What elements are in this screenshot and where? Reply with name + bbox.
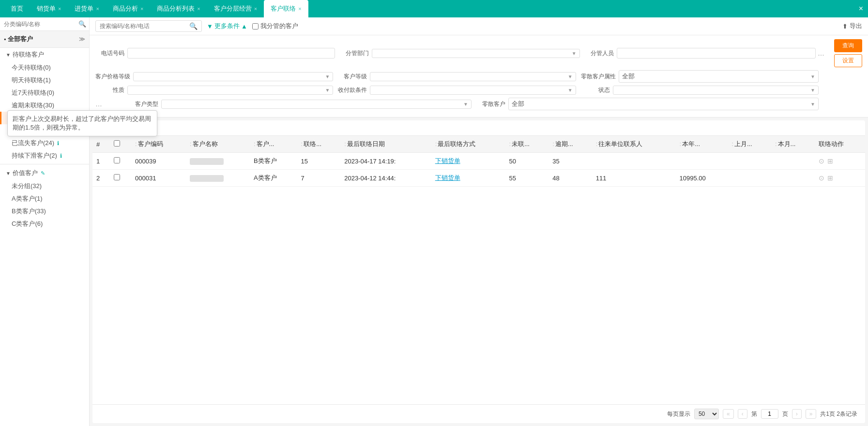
tab-sales-order[interactable]: 销货单 × (30, 0, 68, 17)
row-checkbox[interactable] (114, 157, 120, 163)
nature-select[interactable]: ▼ (127, 86, 333, 95)
sidebar-item-ungroup[interactable]: 未分组(32) (0, 180, 89, 192)
pagination: 每页显示 50 20 100 « ‹ 第 页 › » 共1页 2条记录 (92, 404, 865, 423)
more-icon[interactable]: … (818, 49, 824, 57)
tab-customer-contact[interactable]: 客户联络 × (264, 0, 308, 17)
col-this-month: :本月... (771, 136, 815, 153)
pending-contact-group: ▼ 待联络客户 今天待联络(0) 明天待联络(1) 近7天待联络(0) 逾期未联… (0, 48, 89, 112)
link-icon[interactable]: ⊙ (819, 174, 824, 182)
cell-name (186, 153, 250, 170)
last-contact-way-link[interactable]: 下销货单 (435, 174, 460, 181)
price-grade-field: 客户价格等级 ▼ (95, 72, 333, 81)
my-customers-checkbox[interactable] (252, 23, 259, 29)
sidebar-search-input[interactable] (4, 21, 76, 28)
cell-checkbox (110, 170, 131, 187)
page-input[interactable] (761, 409, 778, 419)
customer-name-blurred (190, 175, 224, 182)
tab-product-analysis-list[interactable]: 商品分析列表 × (150, 0, 207, 17)
phone-label: 电话号码 (95, 49, 124, 58)
col-actions: 联络动作 (815, 136, 865, 153)
customer-grade-field: 客户等级 ▼ (338, 72, 576, 81)
sidebar-item-class-b[interactable]: B类客户(33) (0, 205, 89, 218)
sidebar-item-class-c[interactable]: C类客户(6) (0, 218, 89, 230)
edit-icon[interactable]: ✎ (41, 170, 45, 176)
chevron-down-icon: ▼ (810, 102, 815, 107)
chevron-down-icon: ▼ (810, 88, 815, 93)
per-page-label: 每页显示 (667, 410, 690, 418)
close-all-tabs-button[interactable]: × (859, 4, 863, 13)
last-page-button[interactable]: » (806, 409, 817, 419)
pending-contact-title[interactable]: ▼ 待联络客户 (0, 48, 89, 61)
content-area: 🔍 ▼ 更多条件 ▲ 我分管的客户 ⬆ 导出 电话号码 (90, 17, 868, 426)
close-icon[interactable]: × (58, 6, 61, 12)
chevron-down-icon: ▼ (463, 102, 468, 107)
tab-customer-segment[interactable]: 客户分层经营 × (207, 0, 264, 17)
sidebar-item-churned[interactable]: 已流失客户(24) ℹ (0, 137, 89, 149)
chevron-up-icon: ▲ (241, 23, 247, 30)
first-page-button[interactable]: « (723, 409, 734, 419)
manager-input[interactable] (617, 48, 816, 59)
chevron-down-icon: ▼ (568, 74, 573, 79)
last-contact-way-link[interactable]: 下销货单 (435, 157, 460, 164)
retail-customer-select[interactable]: 全部 ▼ (508, 98, 819, 110)
expand-icon[interactable]: ≫ (79, 36, 85, 43)
cell-contact-count: 15 (297, 153, 341, 170)
sidebar-item-class-a[interactable]: A类客户(1) (0, 192, 89, 205)
settings-button[interactable]: 设置 (834, 54, 862, 67)
retail-attr-select[interactable]: 全部 ▼ (619, 70, 819, 83)
sidebar-item-today[interactable]: 今天待联络(0) (0, 61, 89, 74)
close-icon[interactable]: × (298, 6, 301, 12)
retail-customer-label: 零散客户 (476, 100, 505, 108)
search-icon[interactable]: 🔍 (189, 22, 198, 30)
cell-overdue: 48 (548, 170, 592, 187)
top-nav: 首页 销货单 × 进货单 × 商品分析 × 商品分析列表 × 客户分层经营 × … (0, 0, 868, 17)
value-customers-title[interactable]: ▼ 价值客户 ✎ (0, 166, 89, 180)
tooltip-box: 距客户上次交易时长，超过了此客户的平均交易周期的1.5倍，则视为异常。 (7, 110, 90, 136)
sidebar-item-tomorrow[interactable]: 明天待联络(1) (0, 74, 89, 87)
close-icon[interactable]: × (254, 6, 257, 12)
action-buttons: 查询 设置 (834, 39, 862, 67)
next-page-button[interactable]: › (792, 409, 802, 419)
customer-grade-select[interactable]: ▼ (370, 72, 576, 81)
row-checkbox[interactable] (114, 174, 120, 180)
search-input[interactable] (100, 23, 189, 29)
sidebar-item-7days[interactable]: 近7天待联络(0) (0, 87, 89, 99)
per-page-select[interactable]: 50 20 100 (694, 409, 719, 419)
cell-this-year (676, 153, 728, 170)
payment-label: 收付款条件 (338, 86, 367, 94)
customer-type-select[interactable]: ▼ (161, 100, 472, 109)
prev-page-button[interactable]: ‹ (738, 409, 747, 419)
dots-icon[interactable]: … (95, 100, 102, 108)
close-icon[interactable]: × (96, 6, 99, 12)
table-row: 2 000031 A类客户 7 2023-04-12 14:44: 下销货单 5… (92, 170, 865, 187)
status-select[interactable]: ▼ (613, 86, 819, 95)
payment-select[interactable]: ▼ (370, 86, 576, 95)
all-customers-header[interactable]: ▪ 全部客户 ≫ (0, 31, 89, 48)
more-conditions-button[interactable]: ▼ 更多条件 ▲ (207, 22, 247, 30)
phone-input[interactable] (127, 48, 335, 59)
cell-this-month (771, 170, 815, 187)
close-icon[interactable]: × (140, 6, 143, 12)
sidebar-item-declining[interactable]: 持续下滑客户(2) ℹ (0, 149, 89, 162)
table-row: 1 000039 B类客户 15 2023-04-17 14:19: 下销货单 … (92, 153, 865, 170)
cell-index: 2 (92, 170, 110, 187)
export-button[interactable]: ⬆ 导出 (842, 22, 862, 30)
dept-select[interactable]: ▼ (372, 49, 579, 58)
grid-icon[interactable]: ⊞ (827, 174, 833, 182)
action-icons-container: ⊙ ⊞ (819, 157, 861, 165)
cell-last-contact-date: 2023-04-17 14:19: (340, 153, 431, 170)
tab-home[interactable]: 首页 (4, 0, 30, 17)
tab-purchase-order[interactable]: 进货单 × (68, 0, 106, 17)
price-grade-select[interactable]: ▼ (133, 72, 333, 81)
query-button[interactable]: 查询 (834, 39, 862, 52)
close-icon[interactable]: × (197, 6, 200, 12)
col-code: :客户编码 (131, 136, 186, 153)
select-all-checkbox[interactable] (114, 140, 120, 147)
filter-row-4: … 客户类型 ▼ 零散客户 全部 ▼ (95, 98, 862, 110)
grid-icon[interactable]: ⊞ (827, 157, 833, 165)
tab-product-analysis[interactable]: 商品分析 × (106, 0, 150, 17)
filter-bar: 🔍 ▼ 更多条件 ▲ 我分管的客户 ⬆ 导出 (90, 17, 868, 35)
sidebar-search-icon[interactable]: 🔍 (78, 20, 86, 28)
info-icon: ℹ (57, 140, 59, 146)
link-icon[interactable]: ⊙ (819, 157, 824, 165)
